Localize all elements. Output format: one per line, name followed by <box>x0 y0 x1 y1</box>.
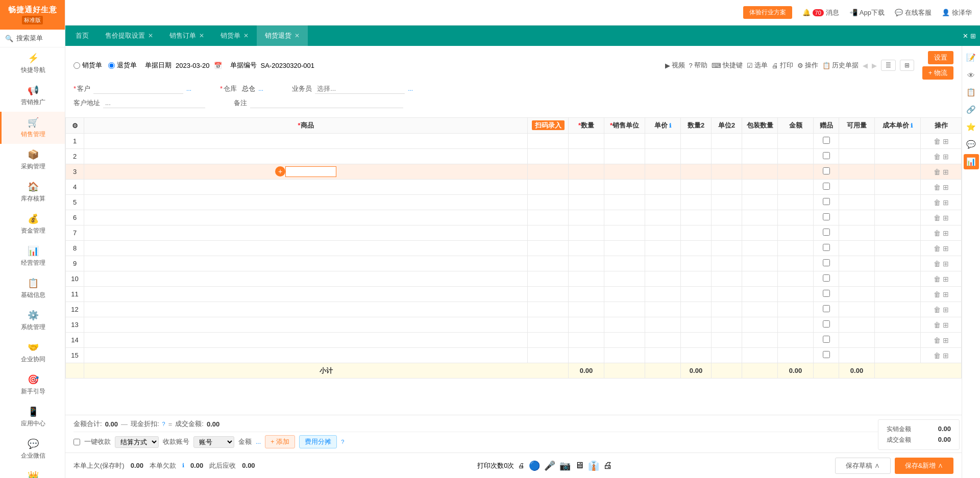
gift-checkbox[interactable] <box>823 167 830 174</box>
package-qty-cell[interactable] <box>742 271 778 287</box>
cost-price-cell[interactable] <box>875 302 921 317</box>
sales-unit-cell[interactable] <box>604 317 645 333</box>
available-cell[interactable] <box>839 241 875 256</box>
copy-row-btn[interactable]: ⊞ <box>943 198 949 207</box>
sidebar-item-newbie[interactable]: 🎯 新手引导 <box>0 369 65 401</box>
unit-price-cell[interactable] <box>645 241 681 256</box>
quantity-cell[interactable] <box>569 241 604 256</box>
amount-cell[interactable] <box>778 180 814 195</box>
warehouse-ellipsis-btn[interactable]: ... <box>258 85 263 92</box>
sidebar-item-inventory[interactable]: 🏠 库存核算 <box>0 176 65 208</box>
app-download-btn[interactable]: 📲 App下载 <box>849 8 885 17</box>
rs-btn-6[interactable]: 💬 <box>964 137 979 152</box>
gift-checkbox[interactable] <box>823 213 830 220</box>
gift-checkbox[interactable] <box>823 183 830 190</box>
unit2-cell[interactable] <box>712 225 742 241</box>
quantity-cell[interactable] <box>569 149 604 164</box>
product-cell[interactable] <box>84 333 528 348</box>
toolbar-icon-1[interactable]: 🔵 <box>529 460 540 471</box>
copy-row-btn[interactable]: ⊞ <box>943 321 949 329</box>
cost-price-cell[interactable] <box>875 210 921 225</box>
sidebar-item-shortcut[interactable]: ⚡ 快捷导航 <box>0 47 65 80</box>
quantity2-cell[interactable] <box>681 195 712 210</box>
radio-ship-input[interactable] <box>74 62 80 69</box>
quantity2-cell[interactable] <box>681 317 712 333</box>
list-view-btn[interactable]: ⊞ <box>900 60 914 71</box>
tab-price-setting[interactable]: 售价提取设置 ✕ <box>97 26 161 46</box>
cost-price-cell[interactable] <box>875 180 921 195</box>
unit-price-cell[interactable] <box>645 210 681 225</box>
quantity-cell[interactable] <box>569 210 604 225</box>
copy-row-btn[interactable]: ⊞ <box>943 275 949 283</box>
gift-cell[interactable] <box>814 302 839 317</box>
cost-price-cell[interactable] <box>875 164 921 180</box>
unit-price-cell[interactable] <box>645 256 681 271</box>
toolbar-icon-6[interactable]: 🖨 <box>603 460 612 471</box>
package-qty-cell[interactable] <box>742 210 778 225</box>
rs-btn-1[interactable]: 📝 <box>964 50 979 65</box>
unit-price-cell[interactable] <box>645 225 681 241</box>
cost-price-cell[interactable] <box>875 271 921 287</box>
amount-ellipsis-btn[interactable]: ... <box>256 438 261 445</box>
fee-split-btn[interactable]: 费用分摊 <box>299 435 337 448</box>
quantity-cell[interactable] <box>569 287 604 302</box>
delete-row-btn[interactable]: 🗑 <box>934 336 941 344</box>
sidebar-item-promo[interactable]: 📢 营销推广 <box>0 80 65 112</box>
available-cell[interactable] <box>839 317 875 333</box>
available-cell[interactable] <box>839 271 875 287</box>
sales-unit-cell[interactable] <box>604 302 645 317</box>
amount-cell[interactable] <box>778 149 814 164</box>
available-cell[interactable] <box>839 302 875 317</box>
gift-checkbox[interactable] <box>823 198 830 205</box>
cost-price-cell[interactable] <box>875 241 921 256</box>
copy-row-btn[interactable]: ⊞ <box>943 137 949 145</box>
select-btn[interactable]: ☑ 选单 <box>747 61 768 70</box>
gift-cell[interactable] <box>814 180 839 195</box>
gift-checkbox[interactable] <box>823 320 830 328</box>
sales-unit-cell[interactable] <box>604 256 645 271</box>
delete-row-btn[interactable]: 🗑 <box>934 198 941 207</box>
package-qty-cell[interactable] <box>742 149 778 164</box>
gift-cell[interactable] <box>814 287 839 302</box>
unit-price-cell[interactable] <box>645 348 681 363</box>
add-payment-btn[interactable]: + 添加 <box>265 435 295 448</box>
unit-price-cell[interactable] <box>645 317 681 333</box>
cost-price-cell[interactable] <box>875 287 921 302</box>
sidebar-item-operation[interactable]: 📊 经营管理 <box>0 240 65 272</box>
sidebar-item-enterprise[interactable]: 🤝 企业协同 <box>0 337 65 369</box>
quantity2-cell[interactable] <box>681 210 712 225</box>
product-cell[interactable] <box>84 180 528 195</box>
package-qty-cell[interactable] <box>742 317 778 333</box>
cash-discount-info[interactable]: ? <box>162 421 165 427</box>
rs-btn-5[interactable]: ⭐ <box>964 119 979 135</box>
quantity-cell[interactable] <box>569 317 604 333</box>
delete-row-btn[interactable]: 🗑 <box>934 321 941 329</box>
unit2-cell[interactable] <box>712 333 742 348</box>
sales-unit-cell[interactable] <box>604 241 645 256</box>
available-cell[interactable] <box>839 164 875 180</box>
quantity-cell[interactable] <box>569 225 604 241</box>
quantity2-cell[interactable] <box>681 241 712 256</box>
package-qty-cell[interactable] <box>742 302 778 317</box>
tab-close-icon[interactable]: ✕ <box>243 32 249 39</box>
amount-cell[interactable] <box>778 241 814 256</box>
rs-btn-active[interactable]: 📊 <box>964 154 979 169</box>
copy-row-btn[interactable]: ⊞ <box>943 229 949 237</box>
package-qty-cell[interactable] <box>742 333 778 348</box>
gift-cell[interactable] <box>814 149 839 164</box>
gift-cell[interactable] <box>814 225 839 241</box>
remark-input[interactable] <box>250 98 403 108</box>
gift-checkbox[interactable] <box>823 351 830 358</box>
gift-checkbox[interactable] <box>823 244 830 251</box>
address-input[interactable] <box>103 98 205 108</box>
calc-method-select[interactable]: 结算方式 <box>115 436 159 448</box>
help-btn[interactable]: ? 帮助 <box>689 61 707 70</box>
quantity-cell[interactable] <box>569 302 604 317</box>
tab-sales-return[interactable]: 销货退货 ✕ <box>257 26 308 46</box>
gift-checkbox[interactable] <box>823 290 830 297</box>
sales-unit-cell[interactable] <box>604 180 645 195</box>
scan-label[interactable]: 扫码录入 <box>532 120 565 130</box>
save-new-btn[interactable]: 保存&新增 ∧ <box>895 458 953 474</box>
add-logistics-btn[interactable]: + 物流 <box>922 66 953 80</box>
sales-unit-cell[interactable] <box>604 271 645 287</box>
